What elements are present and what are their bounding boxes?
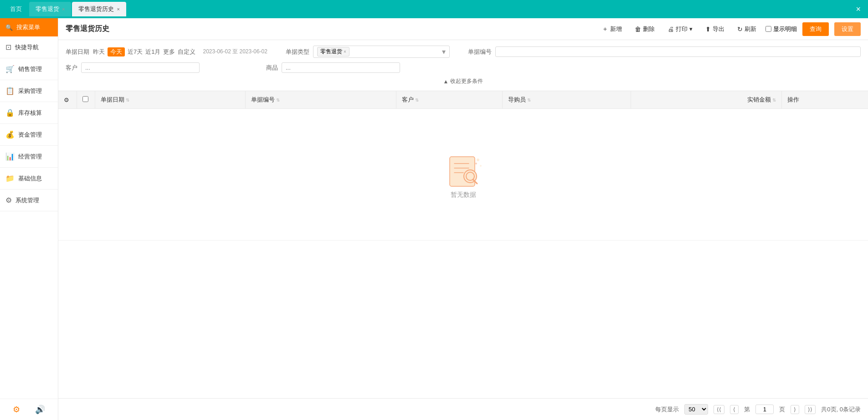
- show-detail-label: 显示明细: [773, 25, 797, 33]
- th-settings[interactable]: ⚙: [58, 91, 77, 109]
- date-filter: 单据日期 昨天 今天 近7天 近1月 更多 自定义 2023-06-02 至 2…: [66, 47, 267, 56]
- doctype-tag: 零售退货 ×: [317, 47, 349, 56]
- th-doc-no[interactable]: 单据编号 ⇅: [246, 91, 396, 109]
- th-actual-amount-label: 实销金额: [747, 96, 771, 104]
- date-range-text: 2023-06-02 至 2023-06-02: [203, 48, 267, 56]
- date-option-more[interactable]: 更多: [163, 48, 175, 56]
- page-size-select[interactable]: 50 100 200: [684, 404, 708, 415]
- data-table: ⚙ 单据日期 ⇅ 单据编号: [58, 91, 868, 241]
- th-checkbox[interactable]: [77, 91, 95, 109]
- date-option-custom[interactable]: 自定义: [178, 48, 195, 56]
- th-doc-no-label: 单据编号: [251, 96, 275, 104]
- customer-filter: 客户: [66, 62, 248, 73]
- sidebar-item-basic-info[interactable]: 📁 基础信息: [0, 168, 58, 190]
- main-layout: 🔍 搜索菜单 ⊡ 快捷导航 🛒 销售管理 📋 采购管理 🔒 库存核算 💰 资金管…: [0, 18, 868, 420]
- sidebar-item-system[interactable]: ⚙ 系统管理: [0, 190, 58, 211]
- th-doc-date-label: 单据日期: [101, 96, 124, 104]
- export-label: 导出: [713, 25, 724, 33]
- goods-filter: 商品: [266, 62, 861, 73]
- th-doc-date[interactable]: 单据日期 ⇅: [95, 91, 246, 109]
- page-label: 第: [744, 405, 750, 414]
- date-option-7days[interactable]: 近7天: [128, 48, 143, 56]
- date-option-yesterday[interactable]: 昨天: [93, 48, 105, 56]
- inventory-icon: 🔒: [5, 108, 15, 117]
- filter-area: 单据日期 昨天 今天 近7天 近1月 更多 自定义 2023-06-02 至 2…: [58, 40, 868, 91]
- th-guide-label: 导购员: [508, 96, 526, 104]
- th-customer-label: 客户: [402, 96, 414, 104]
- table-area: ⚙ 单据日期 ⇅ 单据编号: [58, 91, 868, 398]
- doctype-tag-close[interactable]: ×: [344, 49, 346, 54]
- show-detail-checkbox-label[interactable]: 显示明细: [765, 25, 797, 33]
- quick-nav-icon: ⊡: [5, 43, 11, 51]
- svg-point-9: [480, 165, 482, 167]
- search-icon: 🔍: [5, 24, 13, 31]
- sidebar-item-sales[interactable]: 🛒 销售管理: [0, 58, 58, 80]
- page-input[interactable]: [755, 405, 774, 414]
- select-all-checkbox[interactable]: [82, 96, 88, 102]
- doctype-dropdown-arrow: ▾: [442, 47, 446, 56]
- new-label: 新增: [610, 25, 622, 33]
- export-button[interactable]: ⬆ 导出: [702, 23, 728, 35]
- refresh-icon: ↻: [737, 26, 743, 33]
- th-guide[interactable]: 导购员 ⇅: [503, 91, 631, 109]
- window-close-button[interactable]: ×: [852, 5, 864, 14]
- sidebar-volume-icon[interactable]: 🔊: [35, 405, 45, 415]
- setting-button[interactable]: 设置: [834, 22, 861, 36]
- sidebar-item-purchase[interactable]: 📋 采购管理: [0, 80, 58, 102]
- tab-home[interactable]: 首页: [4, 2, 28, 16]
- doctype-tag-value: 零售退货: [320, 48, 342, 56]
- docno-input[interactable]: [495, 46, 861, 57]
- query-button[interactable]: 查询: [802, 22, 829, 36]
- tab-retail-return-label: 零售退货: [36, 5, 59, 13]
- sidebar-settings-icon[interactable]: ⚙: [13, 405, 20, 415]
- last-page-button[interactable]: ⟩⟩: [805, 405, 816, 414]
- delete-button[interactable]: 🗑 删除: [631, 23, 658, 35]
- collapse-button[interactable]: ▲ 收起更多条件: [66, 77, 861, 85]
- th-actual-amount[interactable]: 实销金额 ⇅: [631, 91, 781, 109]
- print-button[interactable]: 🖨 打印 ▾: [664, 23, 696, 35]
- sidebar-item-sales-label: 销售管理: [18, 65, 42, 73]
- date-filter-label: 单据日期: [66, 48, 89, 56]
- sidebar-item-finance[interactable]: 💰 资金管理: [0, 124, 58, 146]
- total-info: 共0页, 0条记录: [821, 405, 861, 414]
- tab-retail-return-history[interactable]: 零售退货历史 ×: [72, 2, 126, 16]
- tab-retail-return-history-label: 零售退货历史: [78, 5, 114, 13]
- delete-label: 删除: [643, 25, 655, 33]
- sidebar-item-finance-label: 资金管理: [18, 131, 42, 139]
- print-icon: 🖨: [668, 26, 674, 33]
- customer-input[interactable]: [81, 62, 200, 73]
- refresh-button[interactable]: ↻ 刷新: [734, 23, 760, 35]
- tab-retail-return[interactable]: 零售退货 ×: [29, 2, 71, 16]
- page-header: 零售退货历史 ＋ 新增 🗑 删除 🖨 打印 ▾ ⬆ 导出: [58, 18, 868, 40]
- system-icon: ⚙: [5, 196, 12, 205]
- new-icon: ＋: [602, 25, 608, 33]
- show-detail-checkbox[interactable]: [765, 26, 771, 32]
- doctype-filter-label: 单据类型: [286, 48, 309, 56]
- column-settings-icon[interactable]: ⚙: [64, 97, 69, 103]
- doctype-filter: 单据类型 零售退货 × ▾: [286, 46, 450, 58]
- th-customer-sort-icon: ⇅: [415, 97, 419, 102]
- goods-input[interactable]: [282, 62, 400, 73]
- new-button[interactable]: ＋ 新增: [598, 23, 626, 35]
- sidebar-item-quick-nav[interactable]: ⊡ 快捷导航: [0, 36, 58, 58]
- tab-retail-return-history-close[interactable]: ×: [117, 6, 119, 12]
- next-page-button[interactable]: ⟩: [791, 405, 799, 414]
- sidebar-item-operations-label: 经营管理: [18, 153, 42, 161]
- tab-retail-return-close[interactable]: ×: [62, 6, 65, 12]
- date-option-today[interactable]: 今天: [108, 47, 125, 56]
- sidebar-item-operations[interactable]: 📊 经营管理: [0, 146, 58, 168]
- th-customer[interactable]: 客户 ⇅: [396, 91, 503, 109]
- docno-filter: 单据编号: [468, 46, 861, 57]
- sidebar-search[interactable]: 🔍 搜索菜单: [0, 18, 58, 36]
- date-options: 昨天 今天 近7天 近1月 更多 自定义: [93, 47, 195, 56]
- purchase-icon: 📋: [5, 87, 15, 95]
- th-action: 操作: [781, 91, 868, 109]
- prev-page-button[interactable]: ⟨: [730, 405, 739, 414]
- th-doc-no-sort-icon: ⇅: [276, 97, 280, 102]
- doctype-tag-container[interactable]: 零售退货 × ▾: [313, 46, 450, 58]
- date-option-1month[interactable]: 近1月: [145, 48, 160, 56]
- sidebar-item-inventory[interactable]: 🔒 库存核算: [0, 102, 58, 124]
- refresh-label: 刷新: [745, 25, 756, 33]
- first-page-button[interactable]: ⟨⟨: [714, 405, 724, 414]
- basic-info-icon: 📁: [5, 174, 15, 183]
